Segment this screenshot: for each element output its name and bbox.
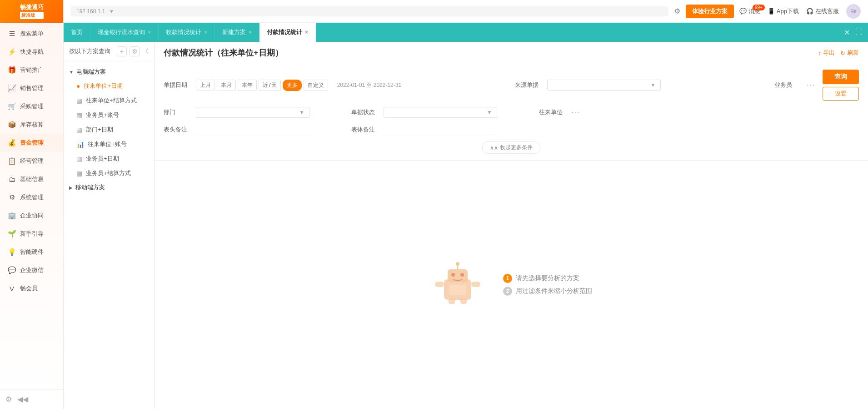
scheme-group-mobile-title[interactable]: ▶ 移动端方案 (64, 181, 154, 194)
svg-rect-6 (435, 282, 444, 287)
scheme-item-unit-settle[interactable]: ▦ 往来单位+结算方式 (64, 93, 154, 108)
user-avatar[interactable]: Rit (846, 4, 861, 19)
scheme-item-dept-date-icon: ▦ (76, 126, 82, 133)
tab-newplan[interactable]: 新建方案 × (215, 23, 259, 42)
sidebar-item-management-label: 经营管理 (20, 157, 44, 165)
page-title-bar: 付款情况统计（往来单位+日期） ↑ 导出 ↻ 刷新 (155, 42, 868, 63)
gear-small-icon: ⚙ (132, 48, 138, 55)
this-year-btn[interactable]: 本年 (238, 80, 257, 91)
tab-fullscreen-icon[interactable]: ⛶ (855, 28, 863, 36)
tab-bank[interactable]: 现金银行流水查询 × (90, 23, 159, 42)
topbar-settings-icon[interactable]: ⚙ (674, 7, 680, 15)
last7-btn[interactable]: 近7天 (259, 80, 281, 91)
sidebar-item-hardware[interactable]: 💡 智能硬件 (0, 243, 63, 261)
body-note-input[interactable] (384, 124, 497, 135)
scheme-group-desktop-title[interactable]: ▼ 电脑端方案 (64, 65, 154, 79)
collapse-sidebar-icon[interactable]: ◀◀ (17, 395, 28, 404)
sidebar-item-enterprise[interactable]: 🏢 企业协同 (0, 207, 63, 225)
sidebar-item-basic[interactable]: 🗂 基础信息 (0, 170, 63, 188)
topbar: 192.168.1.1 ▼ ⚙ 体验行业方案 💬 消息 99+ 📱 App下载 … (64, 0, 868, 23)
plus-icon: + (120, 48, 124, 55)
desktop-arrow-icon: ▼ (69, 70, 74, 75)
scheme-item-unit-settle-icon: ▦ (76, 97, 82, 104)
date-range-text: 2022-01-01 至 2022-12-31 (337, 81, 401, 89)
status-select[interactable]: ▼ (384, 107, 497, 118)
more-btn[interactable]: 更多 (283, 80, 302, 91)
header-note-input[interactable] (196, 124, 309, 135)
topbar-msg[interactable]: 💬 消息 99+ (739, 7, 760, 15)
desktop-group-label: 电脑端方案 (76, 68, 106, 76)
scheme-header-title: 按以下方案查询 (69, 47, 113, 56)
scheme-item-unit-date[interactable]: ● 往来单位+日期 (64, 79, 154, 93)
topbar-app-download[interactable]: 📱 App下载 (768, 7, 799, 15)
page-title-actions: ↑ 导出 ↻ 刷新 (818, 49, 859, 57)
svg-rect-8 (449, 298, 455, 304)
sidebar-item-sales[interactable]: 📈 销售管理 (0, 79, 63, 97)
sidebar-item-inventory[interactable]: 📦 库存核算 (0, 116, 63, 134)
sidebar-item-management[interactable]: 📋 经营管理 (0, 152, 63, 170)
scheme-item-staff-account[interactable]: ▦ 业务员+账号 (64, 108, 154, 122)
sidebar-item-weixin-label: 企业微信 (20, 266, 44, 274)
sidebar-item-weixin[interactable]: 💬 企业微信 (0, 261, 63, 279)
scheme-collapse-btn[interactable]: 《 (142, 47, 149, 56)
sidebar-item-finance[interactable]: 💰 资金管理 (0, 134, 63, 152)
app-logo: 畅捷通巧 标准版 (0, 0, 63, 23)
refresh-icon: ↻ (840, 50, 845, 56)
topbar-service[interactable]: 🎧 在线客服 (806, 7, 839, 15)
collapse-more-btn[interactable]: ∧∧ 收起更多条件 (482, 141, 540, 154)
page-title: 付款情况统计（往来单位+日期） (164, 47, 283, 58)
mobile-arrow-icon: ▶ (69, 185, 73, 190)
scheme-group-desktop: ▼ 电脑端方案 ● 往来单位+日期 ▦ 往来单位+结算方式 ▦ 业务员+账号 (64, 65, 154, 181)
sidebar-item-guide-label: 新手引导 (20, 230, 44, 238)
scheme-item-unit-account[interactable]: 📊 往来单位+账号 (64, 137, 154, 151)
tab-receipt-close[interactable]: × (204, 29, 207, 35)
tab-bar: 首页 现金银行流水查询 × 收款情况统计 × 新建方案 × 付款情况统计 × ✕… (64, 23, 868, 42)
tab-home[interactable]: 首页 (64, 23, 90, 42)
hint-text-1: 请先选择要分析的方案 (516, 274, 579, 283)
sidebar-item-search-label: 搜索菜单 (20, 30, 44, 38)
unit-label: 往来单位 (539, 108, 564, 116)
export-icon: ↑ (818, 50, 822, 56)
dept-select[interactable]: ▼ (196, 107, 309, 118)
page-body: 按以下方案查询 + ⚙ 《 ▼ 电脑端方案 (64, 42, 868, 409)
tab-payment-close[interactable]: × (305, 29, 308, 35)
sidebar-item-quicknav[interactable]: ⚡ 快捷导航 (0, 43, 63, 61)
scheme-item-staff-settle[interactable]: ▦ 业务员+结算方式 (64, 166, 154, 181)
refresh-label: 刷新 (847, 49, 859, 57)
unit-dots-btn[interactable]: ··· (571, 108, 580, 116)
tab-receipt[interactable]: 收款情况统计 × (159, 23, 215, 42)
settings-footer-icon[interactable]: ⚙ (5, 395, 12, 404)
sidebar-item-member[interactable]: V 畅会员 (0, 279, 63, 298)
sidebar-item-purchase[interactable]: 🛒 采购管理 (0, 97, 63, 116)
settings-btn[interactable]: 设置 (823, 87, 859, 101)
scheme-item-staff-date[interactable]: ▦ 业务员+日期 (64, 151, 154, 166)
tab-payment[interactable]: 付款情况统计 × (259, 23, 316, 42)
query-btn[interactable]: 查询 (823, 70, 859, 84)
export-btn[interactable]: ↑ 导出 (818, 49, 835, 57)
sidebar-item-marketing[interactable]: 🎁 营销推广 (0, 61, 63, 79)
tab-bank-close[interactable]: × (148, 29, 151, 35)
tab-newplan-close[interactable]: × (249, 29, 252, 35)
scheme-item-dept-date[interactable]: ▦ 部门+日期 (64, 122, 154, 137)
inventory-icon: 📦 (7, 120, 16, 129)
sidebar-item-system[interactable]: ⚙ 系统管理 (0, 188, 63, 207)
sidebar-item-quicknav-label: 快捷导航 (20, 48, 44, 56)
sidebar-item-search[interactable]: ☰ 搜索菜单 (0, 25, 63, 43)
tab-close-all-icon[interactable]: ✕ (844, 28, 850, 37)
svg-rect-7 (471, 282, 480, 287)
refresh-btn[interactable]: ↻ 刷新 (840, 49, 859, 57)
custom-btn[interactable]: 自定义 (304, 80, 328, 91)
staff-dots-btn[interactable]: ··· (807, 81, 815, 89)
scheme-item-staff-account-label: 业务员+账号 (86, 111, 119, 119)
scheme-add-btn[interactable]: + (117, 46, 127, 56)
scheme-setting-btn[interactable]: ⚙ (130, 46, 140, 56)
source-select[interactable]: ▼ (547, 80, 661, 91)
this-month-btn[interactable]: 本月 (217, 80, 236, 91)
scheme-item-staff-settle-label: 业务员+结算方式 (86, 169, 131, 177)
svg-point-3 (460, 273, 464, 277)
last-month-btn[interactable]: 上月 (196, 80, 215, 91)
hint-item-2: 2 用过滤条件来缩小分析范围 (503, 287, 592, 296)
empty-hints: 1 请先选择要分析的方案 2 用过滤条件来缩小分析范围 (503, 274, 592, 296)
trial-btn[interactable]: 体验行业方案 (686, 5, 734, 18)
sidebar-item-guide[interactable]: 🌱 新手引导 (0, 225, 63, 243)
